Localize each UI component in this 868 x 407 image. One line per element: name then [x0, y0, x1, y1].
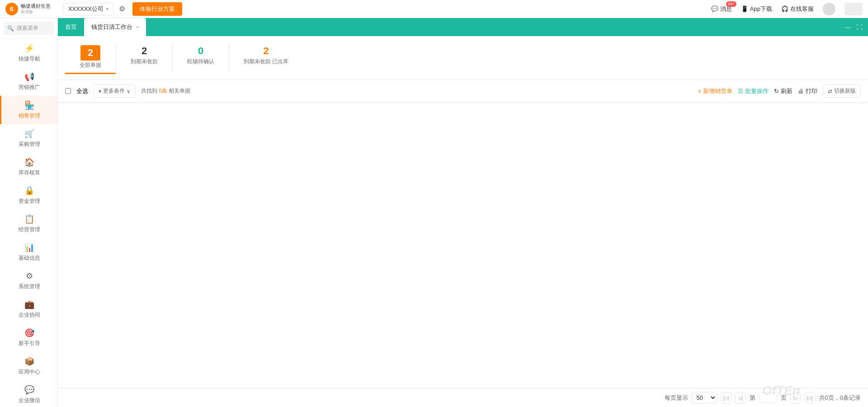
- tab-expand-icon[interactable]: ⛶: [854, 22, 864, 33]
- batch-operation-button[interactable]: ☰ 批量操作: [738, 87, 769, 95]
- purchase-icon: 🛒: [24, 129, 34, 139]
- logo-area: 6 畅捷通好生意 标准版: [5, 3, 63, 15]
- chevron-icon: ∨: [127, 88, 131, 94]
- toolbar: 全选 ▾ 更多条件 ∨ 共找到 0条 相关单据 + 新增销货单 ☰ 批量操作: [58, 80, 868, 103]
- system-icon: ⚙: [26, 271, 33, 281]
- sidebar-item-app-center[interactable]: 📦 应用中心: [0, 352, 57, 380]
- tab-minimize-icon[interactable]: —: [843, 22, 853, 33]
- sidebar-item-wechat[interactable]: 💬 企业微信: [0, 380, 57, 407]
- prev-page-button[interactable]: ◁: [735, 393, 746, 403]
- switch-icon: ⇄: [828, 88, 832, 94]
- stat-card-overdue-shipped[interactable]: 2 到期未收款 已出库: [229, 42, 303, 74]
- sidebar-item-label: 企业协同: [19, 311, 40, 319]
- sidebar-item-label: 新手引导: [19, 340, 40, 347]
- message-button[interactable]: 💬 消息 99+: [711, 5, 732, 13]
- sidebar-item-label: 采购管理: [19, 140, 40, 148]
- toolbar-right: + 新增销货单 ☰ 批量操作 ↻ 刷新 🖨 打印 ⇄: [698, 84, 861, 98]
- found-text: 共找到 0条 相关单据: [141, 87, 190, 95]
- avatar-extra[interactable]: [844, 3, 863, 15]
- message-icon: 💬: [711, 5, 718, 12]
- first-page-button[interactable]: |◁: [721, 393, 731, 403]
- pagination: 每页显示 50 100 200 |◁ ◁ 第 1 页 ▷ ▷| 共0页，0条记录: [58, 388, 868, 407]
- sidebar-item-label: 企业微信: [19, 397, 40, 404]
- more-conditions-button[interactable]: ▾ 更多条件 ∨: [94, 84, 136, 98]
- sidebar-item-sales[interactable]: 🏪 销售管理: [0, 96, 57, 124]
- search-menu-input[interactable]: 🔍 搜索菜单: [4, 22, 54, 35]
- sidebar-item-label: 销售管理: [19, 112, 40, 120]
- stat-card-overdue[interactable]: 2 到期未收款: [116, 42, 172, 74]
- stats-bar: 2 全部单据 2 到期未收款 0 旺辅待确认 2 到期未收款 已出库: [58, 36, 868, 80]
- switch-new-version-button[interactable]: ⇄ 切换新版: [823, 84, 861, 98]
- logo-text: 畅捷通好生意: [21, 3, 51, 9]
- stat-number-overdue-shipped: 2: [264, 45, 269, 57]
- sidebar-item-label: 库存核算: [19, 169, 40, 177]
- tab-cashier[interactable]: 钱货日清工作台 ×: [84, 18, 146, 36]
- stat-label-all: 全部单据: [80, 61, 101, 69]
- print-button[interactable]: 🖨 打印: [798, 87, 817, 95]
- sidebar-item-enterprise[interactable]: 💼 企业协同: [0, 295, 57, 323]
- quick-nav-icon: ⚡: [24, 43, 34, 53]
- chevron-down-icon: ▾: [106, 6, 108, 11]
- sidebar-item-finance[interactable]: 🔒 资金管理: [0, 181, 57, 210]
- app-download-icon: 📱: [741, 5, 748, 12]
- stat-number-pending: 0: [198, 45, 203, 57]
- stat-card-all[interactable]: 2 全部单据: [65, 42, 116, 74]
- search-menu-area[interactable]: 🔍 搜索菜单: [0, 18, 57, 39]
- pagination-summary: 共0页，0条记录: [819, 394, 861, 402]
- stat-card-pending[interactable]: 0 旺辅待确认: [173, 42, 229, 74]
- batch-icon: ☰: [738, 88, 743, 94]
- app-download-button[interactable]: 📱 App下载: [741, 5, 772, 13]
- logo-text-area: 畅捷通好生意 标准版: [21, 3, 51, 15]
- search-icon: 🔍: [7, 25, 14, 32]
- new-sale-order-button[interactable]: + 新增销货单: [698, 87, 732, 95]
- found-count: 0条: [159, 88, 167, 94]
- next-page-button[interactable]: ▷: [790, 393, 801, 403]
- online-service-button[interactable]: 🎧 在线客服: [781, 5, 814, 13]
- sidebar-item-system[interactable]: ⚙ 系统管理: [0, 267, 57, 295]
- refresh-icon: ↻: [774, 88, 779, 94]
- stat-number-all: 2: [80, 45, 100, 61]
- last-page-button[interactable]: ▷|: [805, 393, 816, 403]
- sidebar-item-guide[interactable]: 🎯 新手引导: [0, 323, 57, 352]
- filter-icon: ▾: [99, 88, 101, 94]
- tab-cashier-label: 钱货日清工作台: [91, 23, 132, 31]
- page-content: 2 全部单据 2 到期未收款 0 旺辅待确认 2 到期未收款 已出库: [58, 36, 868, 407]
- sidebar-item-label: 经营管理: [19, 226, 40, 234]
- operation-icon: 📋: [24, 214, 34, 224]
- print-icon: 🖨: [798, 88, 804, 94]
- sidebar-item-label: 快捷导航: [19, 55, 40, 63]
- sidebar-item-label: 基础信息: [19, 254, 40, 262]
- select-all-checkbox[interactable]: [65, 88, 71, 94]
- page-label: 第: [750, 394, 755, 402]
- refresh-button[interactable]: ↻ 刷新: [774, 87, 793, 95]
- app-center-icon: 📦: [24, 356, 34, 366]
- sidebar-item-quick-nav[interactable]: ⚡ 快捷导航: [0, 39, 57, 67]
- enterprise-icon: 💼: [24, 299, 34, 309]
- content-area: 首页 钱货日清工作台 × — ⛶ 2 全部单据: [58, 18, 868, 407]
- sidebar-item-marketing[interactable]: 📢 营销推广: [0, 67, 57, 96]
- sidebar-item-label: 系统管理: [19, 283, 40, 290]
- stat-label-overdue: 到期未收款: [131, 58, 158, 65]
- sidebar-item-basic-info[interactable]: 📊 基础信息: [0, 238, 57, 267]
- guide-icon: 🎯: [24, 328, 34, 338]
- main-layout: 🔍 搜索菜单 ⚡ 快捷导航 📢 营销推广 🏪 销售管理 🛒 采购管理 🏠 库存核…: [0, 18, 868, 407]
- sidebar-item-label: 应用中心: [19, 368, 40, 376]
- per-page-select[interactable]: 50 100 200: [692, 392, 717, 403]
- sidebar-item-purchase[interactable]: 🛒 采购管理: [0, 124, 57, 153]
- tab-home[interactable]: 首页: [58, 18, 84, 36]
- tab-close-icon[interactable]: ×: [136, 24, 139, 30]
- company-selector[interactable]: XXXXXX公司 ▾: [63, 3, 113, 15]
- select-all-label: 全选: [76, 87, 88, 95]
- top-header: 6 畅捷通好生意 标准版 XXXXXX公司 ▾ ⚙ 体验行业方案 💬 消息 99…: [0, 0, 868, 18]
- sidebar-item-operation[interactable]: 📋 经营管理: [0, 210, 57, 238]
- tab-bar: 首页 钱货日清工作台 × — ⛶: [58, 18, 868, 36]
- settings-icon[interactable]: ⚙: [117, 3, 127, 15]
- avatar[interactable]: [823, 3, 835, 15]
- sidebar-item-inventory[interactable]: 🏠 库存核算: [0, 153, 57, 181]
- stat-label-pending: 旺辅待确认: [187, 58, 214, 65]
- page-number-input[interactable]: 1: [759, 393, 777, 403]
- try-industry-button[interactable]: 体验行业方案: [132, 2, 182, 16]
- per-page-label: 每页显示: [665, 394, 688, 402]
- service-icon: 🎧: [781, 5, 788, 12]
- inventory-icon: 🏠: [24, 157, 34, 167]
